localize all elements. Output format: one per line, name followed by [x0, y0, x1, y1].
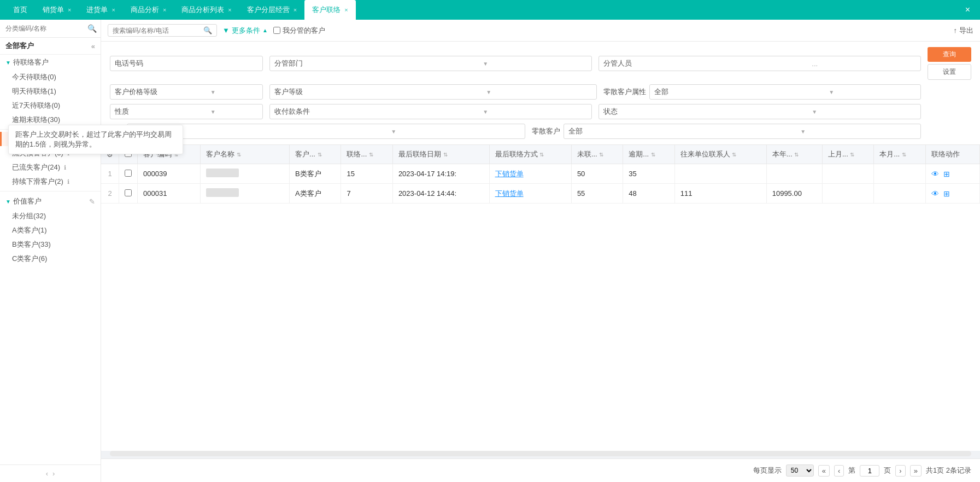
query-button[interactable]: 查询 — [928, 47, 971, 62]
top-nav: 首页 销货单 × 进货单 × 商品分析 × 商品分析列表 × 客户分层经营 × … — [0, 0, 980, 20]
th-this-year[interactable]: 本年... ⇅ — [766, 145, 822, 164]
page-input[interactable] — [860, 465, 879, 477]
nav-customer-contact-close[interactable]: × — [344, 0, 348, 20]
row-2-last-date: 2023-04-12 14:44: — [392, 184, 489, 204]
sidebar-item-today[interactable]: 今天待联络(0) — [0, 70, 101, 84]
next-page-button[interactable]: › — [895, 465, 905, 477]
sidebar-item-churned[interactable]: 已流失客户(24) ℹ — [0, 160, 101, 175]
sidebar-item-class-a[interactable]: A类客户(1) — [0, 223, 101, 237]
row-2-checkbox[interactable] — [119, 184, 138, 204]
filter-nature[interactable]: 性质 ▼ — [110, 104, 263, 119]
row-1-type: B类客户 — [290, 164, 341, 184]
first-page-button[interactable]: « — [818, 465, 830, 477]
th-last-date[interactable]: 最后联络日期 ⇅ — [392, 145, 489, 164]
pagination: 每页显示 50 100 200 « ‹ 第 页 › » 共1页 2条记录 — [101, 458, 980, 482]
sidebar-item-tomorrow[interactable]: 明天待联络(1) — [0, 84, 101, 98]
filter-search-input[interactable] — [113, 27, 200, 34]
th-last-method[interactable]: 最后联络方式 ⇅ — [489, 145, 571, 164]
per-page-select[interactable]: 50 100 200 — [786, 464, 814, 477]
sidebar-item-7days[interactable]: 近7天待联络(0) — [0, 98, 101, 113]
sidebar-search-icon[interactable]: 🔍 — [87, 24, 97, 33]
row-2-view-icon[interactable]: 👁 — [931, 189, 939, 198]
window-close-button[interactable]: × — [961, 5, 975, 15]
th-overdue[interactable]: 逾期... ⇅ — [623, 145, 674, 164]
row-1-grid-icon[interactable]: ⊞ — [943, 170, 950, 178]
th-name[interactable]: 客户名称 ⇅ — [201, 145, 290, 164]
nav-customer-tier[interactable]: 客户分层经营 × — [239, 0, 304, 20]
filter-manager[interactable]: 分管人员 ... — [598, 56, 921, 71]
th-action: 联络动作 — [925, 145, 979, 164]
nav-analysis-list-close[interactable]: × — [228, 0, 231, 20]
sidebar-item-declining[interactable]: 持续下滑客户(2) ℹ — [0, 175, 101, 189]
filter-retail-attr-select[interactable]: 全部 ▼ — [649, 84, 921, 100]
row-2-last-method[interactable]: 下销货单 — [489, 184, 571, 204]
sidebar-prev-arrow[interactable]: ‹ — [46, 469, 48, 478]
more-conditions-btn[interactable]: ▼ 更多条件 ▲ — [222, 26, 268, 36]
filter-icon: ▼ — [222, 26, 230, 34]
th-last-month[interactable]: 上月... ⇅ — [822, 145, 873, 164]
sidebar-item-ungroup[interactable]: 未分组(32) — [0, 209, 101, 223]
nav-purchase-close[interactable]: × — [112, 0, 115, 20]
manager-dots[interactable]: ... — [812, 60, 916, 68]
sort-last-date-icon: ⇅ — [443, 152, 448, 158]
filter-customer-type[interactable]: 客户类型 ▼ — [127, 124, 526, 139]
sidebar-next-arrow[interactable]: › — [52, 469, 55, 478]
row-2-grid-icon[interactable]: ⊞ — [943, 189, 950, 198]
th-contact2[interactable]: 往来单位联系人 ⇅ — [674, 145, 766, 164]
row-1-name-blur — [206, 169, 239, 177]
nav-analysis-list[interactable]: 商品分析列表 × — [174, 0, 239, 20]
nav-analysis-close[interactable]: × — [163, 0, 166, 20]
my-customers-label[interactable]: 我分管的客户 — [273, 26, 325, 36]
filter-retail-attr: 零散客户属性 全部 ▼ — [603, 84, 921, 100]
export-button[interactable]: ↑ 导出 — [954, 26, 974, 36]
filter-search-icon[interactable]: 🔍 — [203, 26, 212, 34]
filter-retail-customer-select[interactable]: 全部 ▼ — [564, 124, 921, 139]
sidebar-value-edit[interactable]: ✎ — [89, 198, 95, 206]
row-1-last-method[interactable]: 下销货单 — [489, 164, 571, 184]
filter-customer-grade[interactable]: 客户等级 ▼ — [269, 84, 597, 100]
row-1-name[interactable] — [201, 164, 290, 184]
sidebar-item-class-c[interactable]: C类客户(6) — [0, 252, 101, 266]
sidebar-collapse-icon[interactable]: « — [91, 42, 95, 50]
export-icon: ↑ — [954, 26, 958, 34]
th-this-month[interactable]: 本月... ⇅ — [874, 145, 925, 164]
sidebar-item-class-b[interactable]: B类客户(33) — [0, 237, 101, 252]
sidebar-all-customers[interactable]: 全部客户 « — [0, 38, 101, 55]
filter-price-grade[interactable]: 客户价格等级 ▼ — [110, 84, 263, 100]
table-scroll-bar[interactable] — [110, 451, 971, 456]
sidebar-value-arrow: ▼ — [5, 199, 11, 205]
row-1-code: 000039 — [138, 164, 201, 184]
sidebar-value-group[interactable]: ▼ 价值客户 ✎ — [0, 194, 101, 209]
sort-last-method-icon: ⇅ — [539, 152, 544, 158]
filter-phone[interactable]: 电话号码 — [110, 56, 263, 71]
filter-payment[interactable]: 收付款条件 ▼ — [269, 104, 592, 119]
nav-analysis[interactable]: 商品分析 × — [123, 0, 174, 20]
nav-customer-tier-close[interactable]: × — [294, 0, 297, 20]
row-1-this-year — [766, 164, 822, 184]
filter-status[interactable]: 状态 ▼ — [598, 104, 921, 119]
row-1-checkbox[interactable] — [119, 164, 138, 184]
th-type[interactable]: 客户... ⇅ — [290, 145, 341, 164]
customer-grade-arrow: ▼ — [486, 89, 592, 95]
th-contact[interactable]: 联络... ⇅ — [341, 145, 392, 164]
last-page-button[interactable]: » — [910, 465, 922, 477]
sidebar-group-waiting[interactable]: ▼ 待联络客户 — [0, 55, 101, 70]
nav-purchase[interactable]: 进货单 × — [79, 0, 122, 20]
filter-row-1: 电话号码 分管部门 ▼ 分管人员 ... 查询 设置 — [110, 47, 971, 80]
th-uncontacted[interactable]: 未联... ⇅ — [571, 145, 623, 164]
row-2-name-blur — [206, 188, 239, 197]
sort-overdue-icon: ⇅ — [651, 152, 655, 158]
settings-button[interactable]: 设置 — [928, 64, 971, 80]
row-2-name[interactable] — [201, 184, 290, 204]
my-customers-checkbox[interactable] — [273, 27, 280, 34]
nav-sales[interactable]: 销货单 × — [35, 0, 79, 20]
prev-page-button[interactable]: ‹ — [834, 465, 844, 477]
filter-department[interactable]: 分管部门 ▼ — [269, 56, 592, 71]
nav-sales-close[interactable]: × — [68, 0, 71, 20]
sidebar-search-input[interactable] — [5, 25, 87, 32]
info-icon-declining: ℹ — [67, 178, 69, 185]
row-1-view-icon[interactable]: 👁 — [931, 170, 939, 178]
nav-home[interactable]: 首页 — [5, 0, 35, 20]
nav-customer-contact[interactable]: 客户联络 × — [304, 0, 355, 20]
sidebar-bottom: ‹ › — [0, 464, 101, 482]
